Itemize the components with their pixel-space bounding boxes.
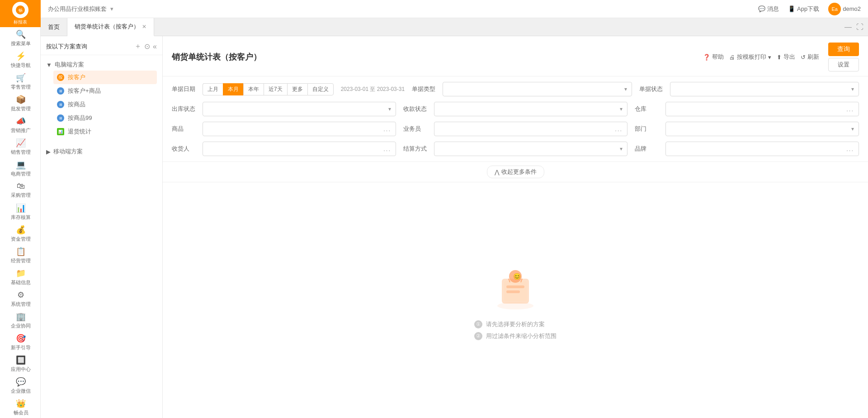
settings-button[interactable]: 设置 [828, 58, 859, 71]
tab-sales-stat[interactable]: 销货单统计表（按客户） ✕ [67, 18, 154, 36]
scheme-item-by-customer[interactable]: 按 按客户 [53, 71, 157, 84]
payment-method-arrow-icon: ▾ [620, 146, 623, 152]
order-type-select[interactable]: ▾ [443, 82, 632, 96]
payment-status-label: 收款状态 [403, 105, 430, 113]
scheme-category-mobile-title[interactable]: ▶ 移动端方案 [46, 146, 157, 157]
sidebar-item-member[interactable]: 👑 畅会员 [0, 396, 41, 418]
payment-method-label: 结算方式 [403, 145, 430, 153]
scheme-collapse-icon[interactable]: « [153, 43, 157, 51]
query-button[interactable]: 查询 [828, 43, 859, 56]
date-btn-7days[interactable]: 近7天 [264, 83, 287, 95]
tab-expand-icon[interactable]: ⛶ [856, 23, 863, 31]
out-status-select[interactable]: ▾ [203, 102, 396, 116]
department-label: 部门 [635, 125, 662, 133]
scheme-header-title: 按以下方案查询 [46, 43, 87, 51]
sidebar-item-inventory[interactable]: 📊 库存核算 [0, 201, 41, 223]
scheme-item-label-by-product-99: 按商品99 [68, 114, 92, 122]
product-input[interactable]: ... [203, 122, 396, 136]
sidebar-item-basic[interactable]: 📁 基础信息 [0, 266, 41, 288]
app-download-icon: 📱 [788, 5, 795, 12]
sidebar-item-quick-nav[interactable]: ⚡ 快捷导航 [0, 49, 41, 71]
scheme-list-desktop: 按 按客户 ⊞ 按客户+商品 ⊞ 按商品 ⊞ 按商品99 [46, 71, 157, 138]
payment-method-select[interactable]: ▾ [434, 142, 627, 156]
sidebar-item-system[interactable]: ⚙ 系统管理 [0, 288, 41, 309]
header-left: 办公用品行业模拟账套 ▾ [48, 5, 113, 13]
scheme-item-by-customer-product[interactable]: ⊞ 按客户+商品 [53, 84, 157, 98]
salesperson-input[interactable]: ... [434, 122, 627, 136]
hint-num-2: ② [474, 332, 482, 340]
scheme-add-icon[interactable]: ＋ [134, 42, 142, 51]
tab-close-icon[interactable]: ✕ [142, 24, 146, 30]
sidebar: 畅 标报表 🔍 搜索菜单 ⚡ 快捷导航 🛒 零售管理 📦 批发管理 📣 营销推广… [0, 0, 41, 418]
date-btn-this-month[interactable]: 本月 [223, 83, 243, 95]
recipient-input[interactable]: ... [203, 142, 396, 156]
export-btn[interactable]: ⬆ 导出 [777, 53, 795, 61]
filter-product: 商品 ... [172, 122, 396, 136]
sidebar-item-operations[interactable]: 📋 经营管理 [0, 244, 41, 266]
scheme-item-icon-by-product: ⊞ [57, 101, 64, 108]
brand-dots-icon: ... [846, 146, 854, 152]
message-btn[interactable]: 💬 消息 [758, 5, 779, 13]
avatar-text: Ea [832, 6, 838, 12]
sidebar-item-marketing[interactable]: 📣 营销推广 [0, 114, 41, 136]
salesperson-dots-icon: ... [615, 126, 623, 133]
breadcrumb-dropdown-icon[interactable]: ▾ [110, 5, 113, 12]
payment-status-select[interactable]: ▾ [434, 102, 627, 116]
scheme-settings-icon[interactable]: ⊙ [144, 42, 150, 51]
sidebar-item-ecommerce[interactable]: 💻 电商管理 [0, 157, 41, 179]
svg-rect-6 [506, 290, 520, 293]
sidebar-label-member: 畅会员 [14, 409, 28, 416]
product-dots-icon: ... [383, 126, 391, 133]
basic-icon: 📁 [16, 268, 26, 278]
date-btn-more[interactable]: 更多 [287, 83, 307, 95]
scheme-category-mobile-label: 移动端方案 [53, 147, 83, 156]
sidebar-item-purchase[interactable]: 🛍 采购管理 [0, 179, 41, 201]
sidebar-item-enterprise[interactable]: 🏢 企业协同 [0, 309, 41, 331]
tab-minimize-icon[interactable]: — [844, 23, 852, 31]
collapse-label: 收起更多条件 [501, 168, 537, 176]
message-icon: 💬 [758, 5, 765, 12]
quick-nav-icon: ⚡ [16, 51, 26, 61]
date-btn-this-year[interactable]: 本年 [243, 83, 264, 95]
svg-text:畅: 畅 [18, 8, 22, 13]
help-btn[interactable]: ❓ 帮助 [703, 53, 724, 61]
print-btn[interactable]: 🖨 按模板打印 ▾ [729, 53, 771, 61]
message-label: 消息 [767, 5, 779, 13]
payment-status-arrow-icon: ▾ [620, 106, 623, 112]
marketing-icon: 📣 [16, 116, 26, 126]
app-download-btn[interactable]: 📱 App下载 [788, 5, 819, 13]
hint-text-2: 用过滤条件来缩小分析范围 [486, 332, 557, 340]
collapse-button[interactable]: ⋀ 收起更多条件 [487, 166, 544, 178]
sidebar-item-appstore[interactable]: 🔲 应用中心 [0, 353, 41, 375]
refresh-btn[interactable]: ↺ 刷新 [801, 53, 819, 61]
sidebar-item-wholesale[interactable]: 📦 批发管理 [0, 92, 41, 114]
sidebar-item-wechat[interactable]: 💬 企业微信 [0, 375, 41, 396]
order-status-select[interactable]: ▾ [670, 82, 859, 96]
sidebar-logo[interactable]: 畅 标报表 [0, 0, 41, 27]
tab-actions: — ⛶ [840, 18, 868, 36]
user-profile[interactable]: Ea demo2 [828, 3, 861, 15]
collapse-up-icon: ⋀ [495, 169, 500, 176]
sidebar-label-operations: 经营管理 [11, 257, 31, 264]
scheme-item-label-by-customer-product: 按客户+商品 [68, 87, 101, 95]
filter-row-2: 出库状态 ▾ 收款状态 ▾ 仓库 [172, 102, 859, 116]
sidebar-item-guide[interactable]: 🎯 新手引导 [0, 331, 41, 353]
scheme-item-by-product-99[interactable]: ⊞ 按商品99 [53, 111, 157, 125]
scheme-item-return-stats[interactable]: 📊 退货统计 [53, 125, 157, 138]
scheme-category-desktop-title[interactable]: ▼ 电脑端方案 [46, 59, 157, 71]
sidebar-item-finance[interactable]: 💰 资金管理 [0, 223, 41, 244]
scheme-header: 按以下方案查询 ＋ ⊙ « [41, 36, 162, 55]
sidebar-item-sales[interactable]: 📈 销售管理 [0, 136, 41, 157]
filter-order-type: 单据类型 ▾ [412, 82, 632, 96]
date-btn-last-month[interactable]: 上月 [203, 83, 223, 95]
sidebar-label-guide: 新手引导 [11, 344, 31, 351]
date-btn-custom[interactable]: 自定义 [307, 83, 334, 95]
sidebar-item-search[interactable]: 🔍 搜索菜单 [0, 27, 41, 49]
scheme-item-by-product[interactable]: ⊞ 按商品 [53, 98, 157, 111]
brand-input[interactable]: ... [665, 142, 859, 156]
sidebar-item-retail[interactable]: 🛒 零售管理 [0, 71, 41, 92]
tab-home[interactable]: 首页 [41, 18, 67, 36]
warehouse-input[interactable]: ... [665, 102, 859, 116]
help-label: 帮助 [712, 53, 724, 61]
department-select[interactable]: ▾ [665, 122, 859, 136]
